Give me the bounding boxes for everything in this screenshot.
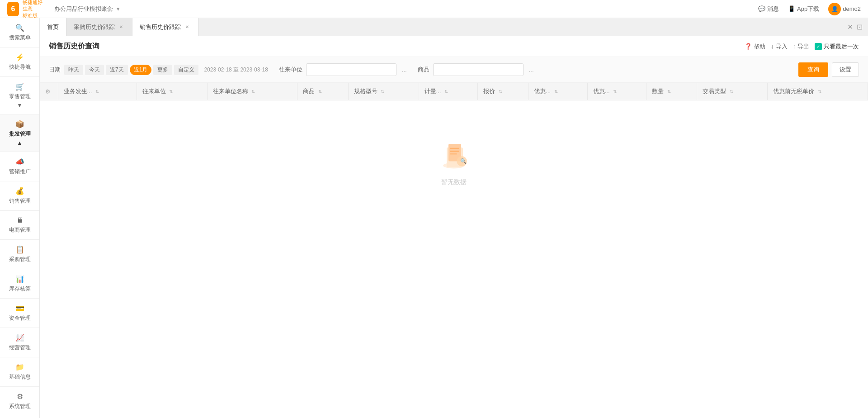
sidebar-item-shortcut[interactable]: ⚡ 快捷导航 [0, 48, 39, 77]
sort-icon-trade-type: ⇅ [730, 89, 733, 94]
tab-maximize-icon[interactable]: ⊡ [857, 23, 863, 31]
sidebar-item-basic-info[interactable]: 📁 基础信息 [0, 357, 39, 387]
tab-close-window-icon[interactable]: ✕ [847, 23, 853, 31]
finance-icon: 💳 [15, 304, 24, 313]
sidebar-item-marketing[interactable]: 📣 营销推广 [0, 152, 39, 181]
date-btn-7days[interactable]: 近7天 [106, 65, 128, 75]
app-download-button[interactable]: 📱 App下载 [788, 5, 819, 13]
app-logo-icon: 6 [7, 2, 19, 16]
date-btn-1month[interactable]: 近1月 [130, 65, 152, 75]
partner-filter-label: 往来单位 [279, 66, 302, 74]
sidebar-item-enterprise[interactable]: 🤝 企业协同 [0, 416, 39, 418]
col-partner-code[interactable]: 往来单位 ⇅ [137, 83, 207, 100]
tab-close-purchase[interactable]: ✕ [118, 24, 125, 31]
sort-icon-product: ⇅ [318, 89, 322, 94]
settings-button[interactable]: 设置 [832, 62, 859, 77]
avatar: 👤 [828, 3, 841, 15]
download-icon: 📱 [788, 5, 795, 12]
col-trade-type[interactable]: 交易类型 ⇅ [697, 83, 768, 100]
sort-icon-partner-name: ⇅ [251, 89, 255, 94]
sidebar-item-purchase[interactable]: 📋 采购管理 [0, 240, 39, 269]
sort-icon-discount2: ⇅ [613, 89, 617, 94]
sort-icon-biz-date: ⇅ [95, 89, 99, 94]
col-spec[interactable]: 规格型号 ⇅ [348, 83, 419, 100]
basic-info-icon: 📁 [15, 363, 24, 371]
chevron-down-icon: ▼ [17, 102, 23, 109]
search-icon: 🔍 [15, 24, 24, 32]
sidebar-item-retail[interactable]: 🛒 零售管理 ▼ [0, 77, 39, 114]
sort-icon-spec: ⇅ [381, 89, 384, 94]
import-icon: ↓ [771, 43, 774, 50]
inventory-icon: 📊 [15, 275, 24, 283]
product-filter-input[interactable] [433, 63, 524, 76]
product-filter-dots[interactable]: ... [529, 66, 534, 73]
filter-action-buttons: 查询 设置 [798, 62, 859, 77]
retail-icon: 🛒 [15, 82, 24, 91]
help-icon: ❓ [745, 43, 752, 50]
page-content: 销售历史价查询 ❓ 帮助 ↓ 导入 ↑ 导出 ✓ [40, 36, 868, 418]
top-right-actions: 💬 消息 📱 App下载 👤 demo2 [758, 3, 861, 15]
sidebar-item-finance[interactable]: 💳 资金管理 [0, 299, 39, 328]
nav-label[interactable]: 办公用品行业模拟账套 [54, 5, 113, 13]
user-profile[interactable]: 👤 demo2 [828, 3, 861, 15]
col-pre-tax[interactable]: 优惠前无税单价 ⇅ [768, 83, 868, 100]
date-filter-group: 日期 昨天 今天 近7天 近1月 更多 自定义 2023-02-18 至 202… [49, 65, 268, 75]
tab-close-sales[interactable]: ✕ [184, 24, 191, 31]
main-layout: 🔍 搜索菜单 ⚡ 快捷导航 🛒 零售管理 ▼ 📦 批发管理 ▲ 📣 营销推广 💰… [0, 18, 868, 418]
show-last-checkbox[interactable]: ✓ 只看最后一次 [815, 43, 859, 51]
col-product[interactable]: 商品 ⇅ [297, 83, 348, 100]
date-range-display: 2023-02-18 至 2023-03-18 [204, 66, 268, 74]
sidebar-item-inventory[interactable]: 📊 库存核算 [0, 269, 39, 299]
partner-filter-dots[interactable]: ... [402, 66, 407, 73]
marketing-icon: 📣 [15, 157, 24, 166]
col-biz-date[interactable]: 业务发生... ⇅ [58, 83, 137, 100]
table-container: ⚙ 业务发生... ⇅ 往来单位 ⇅ 往来单位名称 [40, 83, 868, 418]
date-btn-yesterday[interactable]: 昨天 [64, 65, 83, 75]
col-discount1[interactable]: 优惠... ⇅ [528, 83, 587, 100]
sidebar-item-wholesale[interactable]: 📦 批发管理 ▲ [0, 114, 39, 152]
import-button[interactable]: ↓ 导入 [771, 43, 788, 51]
sidebar-item-ecommerce[interactable]: 🖥 电商管理 [0, 211, 39, 240]
col-quote[interactable]: 报价 ⇅ [478, 83, 528, 100]
svg-text:🔍: 🔍 [460, 158, 467, 164]
sidebar-item-search[interactable]: 🔍 搜索菜单 [0, 18, 39, 48]
col-unit[interactable]: 计量... ⇅ [419, 83, 477, 100]
sidebar: 🔍 搜索菜单 ⚡ 快捷导航 🛒 零售管理 ▼ 📦 批发管理 ▲ 📣 营销推广 💰… [0, 18, 40, 418]
col-partner-name[interactable]: 往来单位名称 ⇅ [207, 83, 297, 100]
help-button[interactable]: ❓ 帮助 [745, 43, 765, 51]
date-btn-today[interactable]: 今天 [85, 65, 104, 75]
sidebar-item-sales-mgmt[interactable]: 💰 销售管理 [0, 181, 39, 211]
tab-purchase[interactable]: 采购历史价跟踪 ✕ [66, 18, 132, 36]
content-area: 首页 采购历史价跟踪 ✕ 销售历史价跟踪 ✕ ✕ ⊡ 销售历史价查询 [40, 18, 868, 418]
date-filter-label: 日期 [49, 66, 61, 74]
date-btn-custom[interactable]: 自定义 [174, 65, 198, 75]
query-button[interactable]: 查询 [798, 62, 828, 77]
sort-icon-pre-tax: ⇅ [818, 89, 821, 94]
sidebar-item-operations[interactable]: 📈 经营管理 [0, 328, 39, 357]
tab-sales[interactable]: 销售历史价跟踪 ✕ [132, 18, 198, 36]
col-qty[interactable]: 数量 ⇅ [646, 83, 697, 100]
col-discount2[interactable]: 优惠... ⇅ [587, 83, 646, 100]
sort-icon-qty: ⇅ [667, 89, 671, 94]
date-btn-more[interactable]: 更多 [153, 65, 172, 75]
system-icon: ⚙ [17, 392, 23, 401]
partner-filter-input[interactable] [306, 63, 396, 76]
partner-filter-group: 往来单位 ... [279, 63, 407, 76]
sidebar-item-system[interactable]: ⚙ 系统管理 [0, 387, 39, 416]
wholesale-icon: 📦 [15, 120, 24, 128]
tab-home[interactable]: 首页 [40, 18, 66, 36]
sort-icon-quote: ⇅ [499, 89, 502, 94]
empty-state: 🔍 暂无数据 [40, 100, 868, 223]
table-settings-icon[interactable]: ⚙ [45, 88, 51, 95]
export-button[interactable]: ↑ 导出 [793, 43, 810, 51]
operations-icon: 📈 [15, 333, 24, 342]
top-center: 办公用品行业模拟账套 ▾ [47, 5, 758, 13]
sort-icon-unit: ⇅ [444, 89, 448, 94]
checkbox-icon: ✓ [815, 43, 822, 50]
data-table: ⚙ 业务发生... ⇅ 往来单位 ⇅ 往来单位名称 [40, 83, 868, 100]
logo-area: 6 畅捷通好生意 标准版 [7, 0, 47, 19]
message-button[interactable]: 💬 消息 [758, 5, 779, 13]
sales-icon: 💰 [15, 187, 24, 195]
nav-dropdown-icon[interactable]: ▾ [117, 5, 120, 12]
purchase-icon: 📋 [15, 245, 24, 254]
